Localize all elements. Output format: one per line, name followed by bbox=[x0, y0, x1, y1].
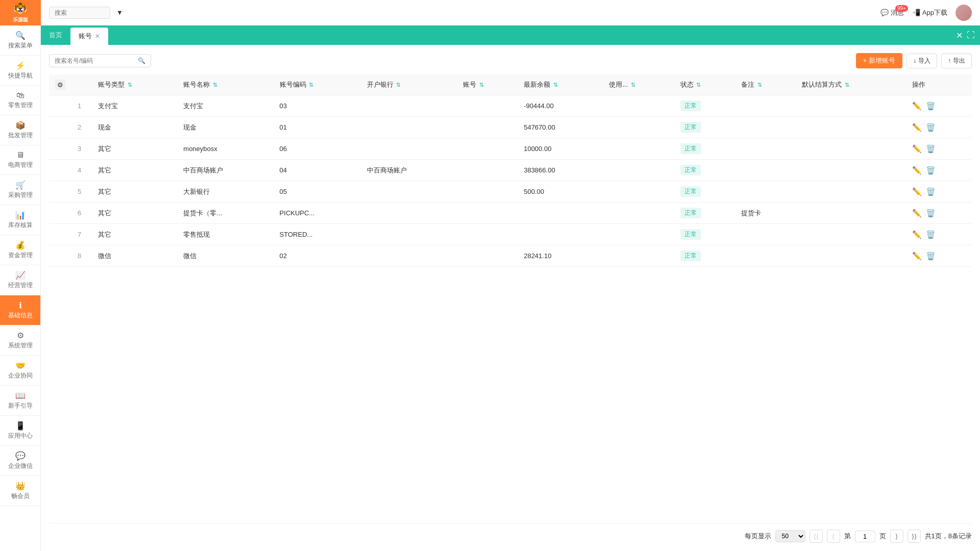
sidebar-item-purchase-mgmt[interactable]: 🛒 采购管理 bbox=[0, 175, 40, 205]
maximize-window-icon[interactable]: ⛶ bbox=[967, 31, 975, 40]
import-button[interactable]: ↓ 导入 bbox=[906, 54, 937, 68]
tab-home-label: 首页 bbox=[49, 31, 62, 40]
col-balance-label: 最新余额 bbox=[524, 81, 550, 88]
delete-icon[interactable]: 🗑️ bbox=[926, 166, 936, 175]
edit-icon[interactable]: ✏️ bbox=[912, 252, 922, 261]
table-header-account-no[interactable]: 账号 ⇅ bbox=[457, 74, 518, 95]
topbar-dropdown[interactable]: ▼ bbox=[116, 9, 123, 16]
page-number-input[interactable] bbox=[855, 531, 875, 542]
tab-home[interactable]: 首页 bbox=[41, 26, 70, 45]
page-last-button[interactable]: ⟩⟩ bbox=[908, 530, 921, 543]
export-button[interactable]: ↑ 导出 bbox=[941, 54, 972, 68]
table-header-name[interactable]: 账号名称 ⇅ bbox=[177, 74, 273, 95]
delete-icon[interactable]: 🗑️ bbox=[926, 230, 936, 239]
sidebar-item-corp-wechat[interactable]: 💬 企业微信 bbox=[0, 446, 40, 476]
table-header-bank[interactable]: 开户银行 ⇅ bbox=[361, 74, 457, 95]
sidebar-item-new-guide[interactable]: 📖 新手引导 bbox=[0, 386, 40, 416]
table-header-code[interactable]: 账号编码 ⇅ bbox=[274, 74, 361, 95]
row-account-no bbox=[457, 95, 518, 117]
row-bank bbox=[361, 245, 457, 267]
sidebar-item-app-center[interactable]: 📱 应用中心 bbox=[0, 416, 40, 446]
topbar-search-input[interactable] bbox=[49, 7, 110, 19]
row-name: moneybosx bbox=[177, 138, 273, 160]
export-icon: ↑ bbox=[948, 57, 951, 64]
app-download-button[interactable]: 📲 App下载 bbox=[912, 8, 947, 17]
sidebar-item-label: 畅会员 bbox=[11, 492, 30, 499]
sidebar-item-inventory-calc[interactable]: 📊 库存核算 bbox=[0, 205, 40, 235]
add-account-button[interactable]: + 新增账号 bbox=[856, 53, 902, 68]
page-first-button[interactable]: ⟨⟨ bbox=[810, 530, 823, 543]
tab-account-close[interactable]: ✕ bbox=[95, 33, 100, 39]
edit-icon[interactable]: ✏️ bbox=[912, 209, 922, 218]
sidebar-item-ecommerce-mgmt[interactable]: 🖥 电商管理 bbox=[0, 145, 40, 175]
table-header-type[interactable]: 账号类型 ⇅ bbox=[92, 74, 177, 95]
status-badge: 正常 bbox=[680, 122, 701, 133]
close-window-icon[interactable]: ✕ bbox=[956, 31, 963, 40]
delete-icon[interactable]: 🗑️ bbox=[926, 187, 936, 196]
table-header-balance[interactable]: 最新余额 ⇅ bbox=[518, 74, 603, 95]
app-center-icon: 📱 bbox=[2, 421, 38, 431]
table-header-settings[interactable]: ⚙ bbox=[49, 74, 71, 95]
sidebar-item-corp-protocol[interactable]: 🤝 企业协同 bbox=[0, 356, 40, 386]
sidebar-item-retail-mgmt[interactable]: 🛍 零售管理 bbox=[0, 86, 40, 115]
sidebar-item-fund-mgmt[interactable]: 💰 资金管理 bbox=[0, 235, 40, 265]
row-usage bbox=[603, 245, 674, 267]
page-total-label: 共1页，8条记录 bbox=[925, 532, 972, 541]
table-header-default-settlement[interactable]: 默认结算方式 ⇅ bbox=[796, 74, 905, 95]
delete-icon[interactable]: 🗑️ bbox=[926, 123, 936, 132]
delete-icon[interactable]: 🗑️ bbox=[926, 102, 936, 111]
settings-icon[interactable]: ⚙ bbox=[55, 80, 65, 90]
edit-icon[interactable]: ✏️ bbox=[912, 166, 922, 175]
row-account-no bbox=[457, 117, 518, 138]
user-avatar[interactable] bbox=[955, 5, 972, 21]
edit-icon[interactable]: ✏️ bbox=[912, 123, 922, 132]
row-name: 提货卡（零... bbox=[177, 203, 273, 224]
row-type: 其它 bbox=[92, 138, 177, 160]
sidebar-item-member[interactable]: 👑 畅会员 bbox=[0, 476, 40, 506]
row-num: 4 bbox=[71, 160, 92, 181]
search-icon[interactable]: 🔍 bbox=[138, 57, 145, 64]
row-name: 支付宝 bbox=[177, 95, 273, 117]
delete-icon[interactable]: 🗑️ bbox=[926, 209, 936, 218]
row-type: 微信 bbox=[92, 245, 177, 267]
status-badge: 正常 bbox=[680, 186, 701, 197]
status-badge: 正常 bbox=[680, 143, 701, 154]
sidebar-item-wholesale-mgmt[interactable]: 📦 批发管理 bbox=[0, 115, 40, 145]
sidebar-item-search-menu[interactable]: 🔍 搜索菜单 bbox=[0, 26, 40, 56]
message-button[interactable]: 💬 消息 99+ bbox=[880, 8, 904, 17]
row-remark bbox=[735, 138, 796, 160]
edit-icon[interactable]: ✏️ bbox=[912, 144, 922, 154]
sidebar-item-quick-nav[interactable]: ⚡ 快捷导航 bbox=[0, 56, 40, 86]
table-header-usage[interactable]: 使用... ⇅ bbox=[603, 74, 674, 95]
tab-account[interactable]: 账号 ✕ bbox=[70, 28, 108, 45]
sidebar-item-basic-info[interactable]: ℹ 基础信息 bbox=[0, 295, 40, 325]
pagination: 每页显示 50 10 20 100 ⟨⟨ ⟨ 第 页 ⟩ ⟩⟩ 共1页，8条记录 bbox=[49, 523, 972, 543]
page-prev-button[interactable]: ⟨ bbox=[827, 530, 840, 543]
table-header-num bbox=[71, 74, 92, 95]
page-size-select[interactable]: 50 10 20 100 bbox=[775, 530, 805, 542]
row-account-no bbox=[457, 181, 518, 203]
sidebar-item-system-mgmt[interactable]: ⚙ 系统管理 bbox=[0, 325, 40, 356]
action-icons: ✏️ 🗑️ bbox=[912, 123, 966, 132]
edit-icon[interactable]: ✏️ bbox=[912, 187, 922, 196]
sidebar-item-ops-mgmt[interactable]: 📈 经营管理 bbox=[0, 265, 40, 295]
action-icons: ✏️ 🗑️ bbox=[912, 187, 966, 196]
edit-icon[interactable]: ✏️ bbox=[912, 230, 922, 239]
sort-account-no-icon: ⇅ bbox=[479, 82, 484, 88]
edit-icon[interactable]: ✏️ bbox=[912, 102, 922, 111]
table-header-status[interactable]: 状态 ⇅ bbox=[674, 74, 735, 95]
row-type: 现金 bbox=[92, 117, 177, 138]
delete-icon[interactable]: 🗑️ bbox=[926, 144, 936, 154]
row-status: 正常 bbox=[674, 181, 735, 203]
table-header-remark[interactable]: 备注 ⇅ bbox=[735, 74, 796, 95]
row-account-no bbox=[457, 203, 518, 224]
sidebar-item-label: 经营管理 bbox=[8, 282, 33, 289]
delete-icon[interactable]: 🗑️ bbox=[926, 252, 936, 261]
row-action: ✏️ 🗑️ bbox=[906, 224, 972, 245]
page-next-button[interactable]: ⟩ bbox=[890, 530, 903, 543]
account-search-input[interactable] bbox=[55, 57, 136, 64]
sort-usage-icon: ⇅ bbox=[631, 82, 635, 88]
row-balance: 547670.00 bbox=[518, 117, 603, 138]
table-row: 8 微信 微信 02 28241.10 正常 ✏️ 🗑️ bbox=[49, 245, 972, 267]
row-settings-cell bbox=[49, 117, 71, 138]
